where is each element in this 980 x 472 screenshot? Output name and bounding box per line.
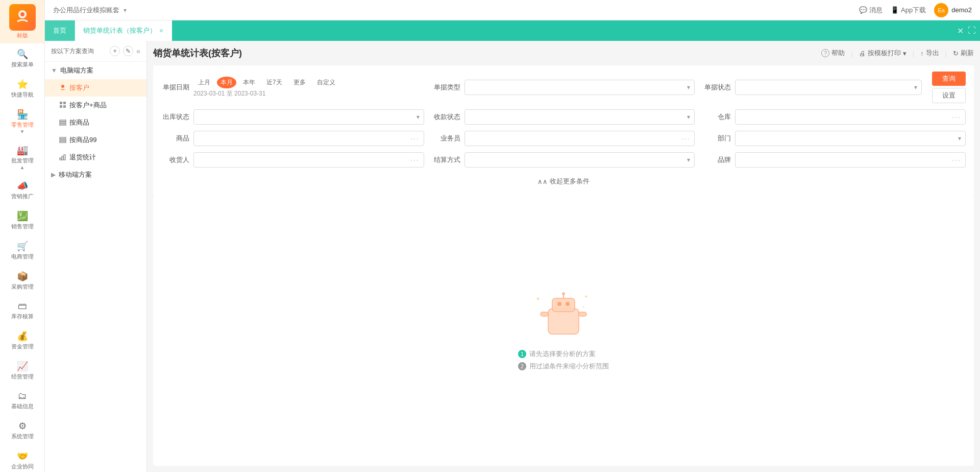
inventory-icon: 🗃 [18, 301, 27, 312]
sidebar: 标版 🔍 搜索菜单 ⭐ 快捷导航 🏪 零售管理 ▼ 🏭 批发管理 ▲ � [0, 0, 45, 472]
sidebar-item-sales[interactable]: 💹 销售管理 [0, 205, 44, 235]
date-btn-last7[interactable]: 近7天 [262, 77, 287, 88]
print-arrow: ▾ [903, 50, 906, 57]
date-label: 单据日期 [161, 83, 189, 92]
scheme-add-btn[interactable]: + [110, 46, 120, 56]
empty-state: ✦ ✦ ✦ 1 请先选择要分析的方案 2 用过滤条件来缩小分析范围 [153, 195, 974, 466]
sidebar-item-finance[interactable]: 💰 资金管理 [0, 325, 44, 356]
brand-select[interactable]: ··· [735, 152, 966, 168]
header-dropdown-icon[interactable]: ▾ [124, 7, 127, 14]
maximize-btn[interactable]: ⛶ [968, 26, 976, 35]
retail-icon: 🏪 [17, 109, 28, 120]
scheme-collapse-btn[interactable]: « [136, 47, 140, 55]
svg-text:✦: ✦ [584, 294, 588, 299]
payment-status-select[interactable]: ▾ [464, 109, 695, 125]
filter-row-4: 收货人 ··· 结算方式 [161, 152, 966, 168]
sidebar-item-basic[interactable]: 🗂 基础信息 [0, 386, 44, 415]
brand-dots: ··· [952, 156, 961, 164]
sidebar-item-system[interactable]: ⚙ 系统管理 [0, 415, 44, 445]
out-status-select[interactable]: ▾ [193, 109, 424, 125]
sidebar-item-quicknav[interactable]: ⭐ 快捷导航 [0, 74, 44, 104]
refresh-action[interactable]: ↻ 刷新 [953, 49, 974, 58]
department-select[interactable]: ▾ [735, 131, 966, 146]
doc-status-select[interactable]: ▾ [735, 80, 922, 95]
sidebar-item-wholesale[interactable]: 🏭 批发管理 ▲ [0, 139, 44, 175]
by-customer-goods-icon [59, 101, 66, 110]
close-window-btn[interactable]: ✕ [957, 26, 964, 36]
collapse-row[interactable]: ∧∧ 收起更多条件 [161, 174, 966, 189]
sidebar-item-retail[interactable]: 🏪 零售管理 ▼ [0, 104, 44, 139]
desktop-arrow-icon: ▼ [51, 67, 57, 74]
export-label: 导出 [926, 49, 939, 58]
help-action[interactable]: ? 帮助 [821, 49, 845, 58]
filter-row-3: 商品 ··· 业务员 [161, 131, 966, 146]
sidebar-item-basic-label: 基础信息 [11, 403, 34, 410]
svg-rect-16 [548, 309, 579, 334]
tab-close-icon[interactable]: × [159, 27, 163, 35]
export-icon: ↑ [920, 50, 924, 57]
doc-status-dropdown-icon: ▾ [914, 84, 917, 91]
settlement-control: ▾ [464, 152, 695, 168]
query-button[interactable]: 查询 [932, 72, 966, 86]
out-status-dropdown-icon: ▾ [416, 113, 420, 121]
sidebar-item-enterprise[interactable]: 🤝 企业协同 [0, 445, 44, 472]
app-download-action[interactable]: 📱 App下载 [891, 6, 926, 15]
basic-icon: 🗂 [18, 391, 27, 402]
tab-home[interactable]: 首页 [45, 20, 75, 41]
scheme-item-by-goods-99[interactable]: 按商品99 [45, 131, 146, 149]
page-actions: ? 帮助 | 🖨 按模板打印 ▾ | ↑ 导出 [821, 49, 974, 58]
header-left: 办公用品行业模拟账套 ▾ [53, 6, 127, 15]
sidebar-item-ecommerce[interactable]: 🛒 电商管理 [0, 235, 44, 266]
svg-point-23 [562, 292, 565, 295]
export-action[interactable]: ↑ 导出 [920, 49, 939, 58]
wholesale-arrow: ▲ [20, 164, 25, 170]
svg-rect-14 [62, 156, 63, 160]
scheme-item-by-goods[interactable]: 按商品 [45, 114, 146, 131]
print-action[interactable]: 🖨 按模板打印 ▾ [859, 49, 906, 58]
empty-text: 1 请先选择要分析的方案 2 用过滤条件来缩小分析范围 [518, 349, 609, 371]
date-btn-this-month[interactable]: 本月 [217, 77, 236, 88]
date-btn-more[interactable]: 更多 [289, 77, 310, 88]
message-label: 消息 [869, 6, 883, 15]
scheme-group-mobile-header[interactable]: ▶ 移动端方案 [45, 166, 146, 183]
date-btn-last-month[interactable]: 上月 [193, 77, 215, 88]
receiver-select[interactable]: ··· [193, 152, 424, 168]
svg-rect-9 [60, 124, 66, 126]
goods-select[interactable]: ··· [193, 131, 424, 146]
tab-sales-stats[interactable]: 销货单统计表（按客户） × [75, 20, 172, 41]
sidebar-item-marketing[interactable]: 📣 营销推广 [0, 175, 44, 205]
sidebar-item-purchase[interactable]: 📦 采购管理 [0, 266, 44, 296]
settlement-select[interactable]: ▾ [464, 152, 695, 168]
salesperson-select[interactable]: ··· [464, 131, 695, 146]
settings-button[interactable]: 设置 [932, 88, 966, 103]
payment-status-dropdown-icon: ▾ [687, 113, 690, 121]
message-action[interactable]: 💬 消息 [859, 6, 883, 15]
enterprise-icon: 🤝 [17, 451, 28, 462]
date-btn-this-year[interactable]: 本年 [238, 77, 260, 88]
sidebar-item-operations[interactable]: 📈 经营管理 [0, 356, 44, 386]
scheme-item-by-customer[interactable]: 按客户 [45, 79, 146, 97]
warehouse-select[interactable]: ··· [735, 109, 966, 125]
logo-icon [9, 4, 36, 31]
scheme-edit-btn[interactable]: ✎ [123, 46, 133, 56]
sidebar-item-purchase-label: 采购管理 [11, 283, 34, 291]
sidebar-item-inventory[interactable]: 🗃 库存核算 [0, 296, 44, 325]
department-dropdown-icon: ▾ [958, 135, 961, 142]
out-status-field: 出库状态 ▾ [161, 109, 424, 125]
svg-rect-4 [63, 102, 66, 104]
doc-type-select[interactable]: ▾ [464, 80, 695, 95]
scheme-item-by-customer-goods[interactable]: 按客户+商品 [45, 97, 146, 114]
user-profile[interactable]: Ea demo2 [934, 3, 972, 17]
scheme-group-desktop-header[interactable]: ▼ 电脑端方案 [45, 62, 146, 79]
date-btn-custom[interactable]: 自定义 [312, 77, 340, 88]
department-label: 部门 [703, 134, 731, 143]
search-icon: 🔍 [17, 49, 28, 60]
date-range-display: 2023-03-01 至 2023-03-31 [193, 89, 424, 98]
desktop-group-label: 电脑端方案 [60, 66, 140, 75]
scheme-item-return-stats[interactable]: 退货统计 [45, 149, 146, 166]
sidebar-item-search[interactable]: 🔍 搜索菜单 [0, 43, 44, 74]
app-logo[interactable]: 标版 [0, 0, 44, 43]
print-label: 按模板打印 [868, 49, 901, 58]
svg-rect-7 [60, 120, 66, 122]
tab-sales-stats-label: 销货单统计表（按客户） [83, 26, 156, 35]
